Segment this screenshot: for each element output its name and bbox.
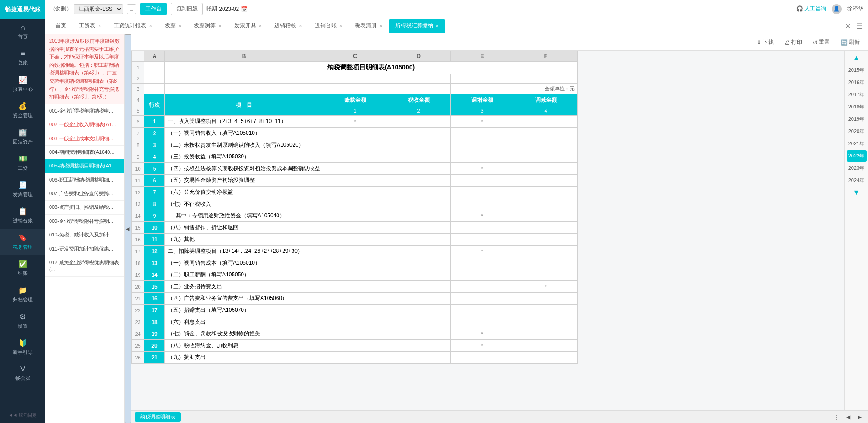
cell-d[interactable] bbox=[387, 246, 451, 257]
cell-e[interactable] bbox=[451, 316, 514, 328]
cell-c[interactable] bbox=[323, 163, 387, 175]
cell-c[interactable] bbox=[323, 198, 387, 210]
cell-f[interactable] bbox=[514, 328, 578, 340]
tab-purchase-check-close[interactable]: × bbox=[299, 23, 302, 29]
year-btn-2024[interactable]: 2024年 bbox=[847, 175, 867, 186]
company-icon-btn[interactable]: □ bbox=[127, 4, 136, 14]
cell-d[interactable] bbox=[387, 281, 451, 293]
cell-d[interactable] bbox=[387, 316, 451, 328]
bottom-scroll-left[interactable]: ◀ bbox=[843, 413, 853, 422]
cell-c[interactable] bbox=[323, 222, 387, 234]
tab-purchase-ledger[interactable]: 进销台账× bbox=[308, 19, 348, 33]
bottom-tab-item[interactable]: 纳税调整明细表 bbox=[135, 412, 181, 422]
cell-c[interactable] bbox=[323, 328, 387, 340]
sidebar-item-settings[interactable]: ⚙ 设置 bbox=[0, 308, 45, 334]
cell-c[interactable] bbox=[323, 151, 387, 163]
list-item-006[interactable]: 006-职工薪酬纳税调整明细... bbox=[45, 173, 124, 187]
cell-c2[interactable] bbox=[323, 74, 387, 84]
cell-d[interactable] bbox=[387, 175, 451, 187]
cell-item[interactable]: （六）利息支出 bbox=[165, 316, 323, 328]
cell-f[interactable] bbox=[514, 163, 578, 175]
cell-e[interactable] bbox=[451, 269, 514, 281]
user-name[interactable]: 徐泽华 bbox=[847, 5, 863, 13]
cell-f[interactable] bbox=[514, 187, 578, 198]
sidebar-item-payroll[interactable]: 💵 工资 bbox=[0, 150, 45, 176]
cell-d[interactable] bbox=[387, 340, 451, 352]
cell-line[interactable]: 15 bbox=[144, 281, 165, 293]
old-version-button[interactable]: 切到旧版 bbox=[171, 3, 203, 15]
reset-button[interactable]: ↺ 重置 bbox=[810, 37, 833, 48]
tab-payroll[interactable]: 工资表× bbox=[73, 19, 107, 33]
cell-c[interactable] bbox=[323, 316, 387, 328]
cell-item[interactable]: （一）视同销售收入（填写A105010） bbox=[165, 128, 323, 139]
cell-f[interactable] bbox=[514, 116, 578, 128]
sidebar-item-home[interactable]: ⌂ 首页 bbox=[0, 19, 45, 45]
cell-e[interactable] bbox=[451, 234, 514, 246]
sidebar-item-asset[interactable]: 💰 资金管理 bbox=[0, 97, 45, 123]
cell-item[interactable]: （四）按权益法核算长期股权投资对初始投资成本调整确认收益 bbox=[165, 163, 323, 175]
cell-line[interactable]: 20 bbox=[144, 340, 165, 352]
cell-a3[interactable] bbox=[144, 84, 165, 94]
cell-line[interactable]: 6 bbox=[144, 175, 165, 187]
cell-d[interactable] bbox=[387, 222, 451, 234]
cell-line[interactable]: 21 bbox=[144, 352, 165, 364]
sidebar-item-purchase[interactable]: 📋 进销台账 bbox=[0, 202, 45, 229]
cell-d[interactable] bbox=[387, 234, 451, 246]
cell-line[interactable]: 16 bbox=[144, 293, 165, 305]
list-item-008[interactable]: 008-资产折旧、摊销及纳税... bbox=[45, 201, 124, 214]
year-btn-2015[interactable]: 2015年 bbox=[847, 64, 867, 76]
cell-e[interactable] bbox=[451, 198, 514, 210]
cell-d[interactable] bbox=[387, 257, 451, 269]
list-item-007[interactable]: 007-广告费和业务宣传费跨... bbox=[45, 187, 124, 201]
cell-line[interactable]: 17 bbox=[144, 305, 165, 316]
cell-d[interactable] bbox=[387, 305, 451, 316]
period-calendar-icon[interactable]: 📅 bbox=[241, 6, 248, 12]
tab-invoice-open-close[interactable]: × bbox=[259, 23, 262, 29]
cell-item[interactable]: 一、收入类调整项目（2+3+4+5+6+7+8+10+11） bbox=[165, 116, 323, 128]
cell-line[interactable]: 12 bbox=[144, 246, 165, 257]
cell-item[interactable]: （三）业务招待费支出 bbox=[165, 281, 323, 293]
cell-e[interactable] bbox=[451, 151, 514, 163]
collapse-left-panel-btn[interactable]: ◀ bbox=[125, 34, 131, 423]
tab-tax-clear-close[interactable]: × bbox=[379, 23, 382, 29]
cell-f[interactable] bbox=[514, 198, 578, 210]
list-item-010[interactable]: 010-免税、减计收入及加计... bbox=[45, 228, 124, 242]
cell-d[interactable] bbox=[387, 139, 451, 151]
cell-e[interactable]: * bbox=[451, 210, 514, 222]
cell-item[interactable]: （九）赞助支出 bbox=[165, 352, 323, 364]
cell-item[interactable]: （二）未按权责发生制原则确认的收入（填写A105020） bbox=[165, 139, 323, 151]
cell-f[interactable] bbox=[514, 293, 578, 305]
cell-line[interactable]: 11 bbox=[144, 234, 165, 246]
cell-a2[interactable] bbox=[144, 74, 165, 84]
cell-c[interactable] bbox=[323, 281, 387, 293]
cell-e[interactable]: * bbox=[451, 340, 514, 352]
cell-d[interactable] bbox=[387, 269, 451, 281]
tab-invoice[interactable]: 发票× bbox=[159, 19, 188, 33]
cell-c[interactable] bbox=[323, 175, 387, 187]
cell-item[interactable]: （二）职工薪酬（填写A105050） bbox=[165, 269, 323, 281]
cell-c[interactable] bbox=[323, 246, 387, 257]
cell-d[interactable] bbox=[387, 293, 451, 305]
tab-payroll-close[interactable]: × bbox=[98, 23, 101, 29]
company-select[interactable]: 江西股金-LSS bbox=[74, 4, 123, 14]
cell-d[interactable] bbox=[387, 328, 451, 340]
cell-d[interactable] bbox=[387, 116, 451, 128]
tab-income-tax[interactable]: 所得税汇算缴纳× bbox=[389, 19, 445, 33]
cell-c[interactable] bbox=[323, 305, 387, 316]
refresh-button[interactable]: 🔄 刷新 bbox=[838, 37, 863, 48]
tab-income-tax-close[interactable]: × bbox=[436, 23, 439, 29]
table-scroll[interactable]: A B C D E F 1 bbox=[131, 51, 844, 410]
cell-e[interactable] bbox=[451, 175, 514, 187]
cell-c[interactable] bbox=[323, 128, 387, 139]
cell-e[interactable] bbox=[451, 281, 514, 293]
year-btn-2018[interactable]: 2018年 bbox=[847, 101, 867, 113]
cell-c[interactable] bbox=[323, 257, 387, 269]
cell-f[interactable]: * bbox=[514, 281, 578, 293]
bottom-scroll-right[interactable]: ▶ bbox=[855, 413, 864, 422]
sidebar-item-fixed-asset[interactable]: 🏢 固定资产 bbox=[0, 123, 45, 150]
year-btn-2019[interactable]: 2019年 bbox=[847, 113, 867, 125]
list-item-011[interactable]: 011-研发费用加计扣除优惠... bbox=[45, 242, 124, 256]
cell-e[interactable] bbox=[451, 305, 514, 316]
sidebar-item-archive[interactable]: 📁 归档管理 bbox=[0, 281, 45, 308]
cell-line[interactable]: 9 bbox=[144, 210, 165, 222]
